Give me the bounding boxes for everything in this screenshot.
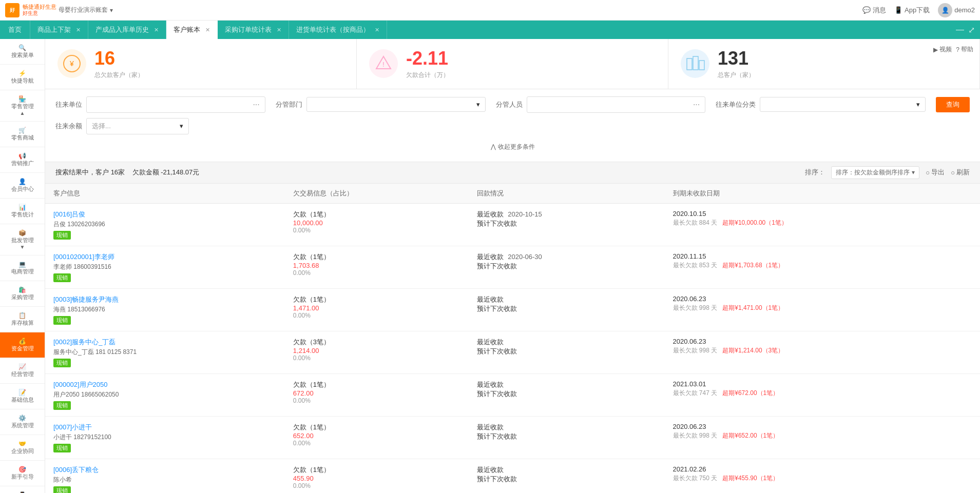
sidebar-item-purchase[interactable]: 🛍️ 采购管理 bbox=[0, 281, 45, 307]
export-btn[interactable]: ○ 导出 bbox=[926, 168, 945, 177]
stat-card-actions: ▶ 视频 ? 帮助 bbox=[933, 45, 973, 54]
tab-close-1[interactable]: ✕ bbox=[76, 27, 81, 33]
customer-info-cell: [0006]丢下粮仓 陈小希 现销 bbox=[45, 459, 285, 493]
customer-table: 客户信息 欠交易信息（占比） 回款情况 到期未收款日期 [0016]吕俊 吕俊 … bbox=[45, 184, 980, 493]
sidebar-item-finance[interactable]: 💰 资金管理 bbox=[0, 332, 45, 358]
overdue-link[interactable]: 超期¥672.00（1笔） bbox=[722, 389, 779, 397]
col-debt-info: 欠交易信息（占比） bbox=[285, 184, 469, 204]
debt-info-cell: 欠款（1笔） 672.00 0.00% bbox=[285, 373, 469, 416]
user-avatar[interactable]: 👤 demo2 bbox=[938, 3, 975, 17]
overdue-link[interactable]: 超期¥10,000.00（1笔） bbox=[722, 219, 787, 226]
from-unit-dots-icon[interactable]: ··· bbox=[253, 100, 259, 109]
debt-amount[interactable]: 1,471.00 bbox=[293, 304, 460, 312]
tab-item-3[interactable]: 客户账本 ✕ bbox=[166, 21, 218, 39]
debt-amount[interactable]: 1,703.68 bbox=[293, 262, 460, 269]
system-name: 母婴行业演示账套 bbox=[59, 6, 108, 14]
overdue-link[interactable]: 超期¥1,471.00（1笔） bbox=[722, 304, 784, 311]
sidebar-item-wholesale[interactable]: 📦 批发管理 ▼ bbox=[0, 224, 45, 255]
sidebar-item-marketing[interactable]: 📢 营销推广 bbox=[0, 147, 45, 173]
tab-close-3[interactable]: ✕ bbox=[205, 27, 210, 33]
view-video-btn[interactable]: ▶ 视频 bbox=[933, 45, 952, 54]
sidebar-item-guide[interactable]: 🎯 新手引导 bbox=[0, 461, 45, 486]
debt-amount[interactable]: 672.00 bbox=[293, 389, 460, 397]
next-payment-label: 预计下次收款 bbox=[477, 347, 517, 356]
sidebar-item-retail-mall[interactable]: 🛒 零售商城 bbox=[0, 122, 45, 147]
tab-minimize-icon[interactable]: — bbox=[956, 25, 964, 34]
due-date: 2020.10.15 bbox=[673, 210, 972, 218]
debt-amount[interactable]: 10,000.00 bbox=[293, 219, 460, 227]
from-unit-input[interactable]: ··· bbox=[86, 96, 265, 113]
logo-text: 畅捷通好生意 好生意 bbox=[23, 4, 56, 16]
play-icon: ▶ bbox=[933, 46, 938, 53]
customer-name-link[interactable]: [0007]小进干 bbox=[53, 423, 92, 431]
message-btn[interactable]: 💬 消息 bbox=[862, 6, 886, 15]
svg-text:¥: ¥ bbox=[69, 60, 74, 68]
tab-expand-icon[interactable]: ⤢ bbox=[968, 25, 975, 35]
top-bar-right: 💬 消息 📱 App下载 👤 demo2 bbox=[862, 3, 975, 17]
sidebar-item-shortcuts[interactable]: ⚡ 快捷导航 bbox=[0, 65, 45, 90]
tab-item-5[interactable]: 进货单统计表（按商品） ✕ bbox=[289, 21, 387, 39]
tab-home[interactable]: 首页 bbox=[0, 21, 30, 39]
sidebar-item-collab[interactable]: 🤝 企业协同 bbox=[0, 435, 45, 461]
dropdown-icon[interactable]: ▾ bbox=[110, 7, 113, 14]
tab-item-2[interactable]: 产成品入库单历史 ✕ bbox=[88, 21, 166, 39]
sidebar-item-appstore[interactable]: 📱 应用中心 bbox=[0, 486, 45, 493]
search-button[interactable]: 查询 bbox=[936, 97, 970, 112]
tab-item-4[interactable]: 采购订单统计表 ✕ bbox=[218, 21, 289, 39]
tab-item-1[interactable]: 商品上下架 ✕ bbox=[30, 21, 88, 39]
sort-select[interactable]: 排序：按欠款金额倒序排序 ▾ bbox=[831, 166, 919, 179]
marketing-icon: 📢 bbox=[3, 152, 42, 160]
overdue-days: 最长欠款 998 天 bbox=[673, 432, 718, 439]
tab-close-2[interactable]: ✕ bbox=[154, 27, 159, 33]
sidebar-item-retail-mgmt[interactable]: 🏪 零售管理 ▲ bbox=[0, 90, 45, 122]
customer-name-link[interactable]: [0006]丢下粮仓 bbox=[53, 466, 99, 474]
due-date: 2020.06.23 bbox=[673, 423, 972, 430]
sidebar-item-system[interactable]: ⚙️ 系统管理 bbox=[0, 409, 45, 435]
customer-name-link[interactable]: [0003]畅捷服务尹海燕 bbox=[53, 295, 119, 303]
debt-amount[interactable]: 652.00 bbox=[293, 432, 460, 440]
stat-card-info-1: 16 总欠款客户（家） bbox=[94, 48, 144, 80]
from-unit-label: 往来单位 bbox=[55, 100, 82, 109]
sidebar-item-member[interactable]: 👤 会员中心 bbox=[0, 173, 45, 199]
tab-bar: 首页 商品上下架 ✕ 产成品入库单历史 ✕ 客户账本 ✕ 采购订单统计表 ✕ 进… bbox=[0, 21, 980, 39]
tab-close-4[interactable]: ✕ bbox=[277, 27, 281, 33]
sidebar-item-inventory[interactable]: 📋 库存核算 bbox=[0, 307, 45, 332]
unit-type-select[interactable]: ▾ bbox=[760, 97, 926, 112]
next-payment-label: 预计下次收款 bbox=[477, 219, 517, 228]
manager-input[interactable]: ··· bbox=[527, 96, 706, 113]
manager-dots-icon[interactable]: ··· bbox=[693, 100, 700, 109]
dept-select[interactable]: ▾ bbox=[306, 97, 486, 112]
system-selector[interactable]: 母婴行业演示账套 ▾ bbox=[59, 6, 113, 14]
customer-name-link[interactable]: [000002]用户2050 bbox=[53, 381, 108, 388]
overdue-link[interactable]: 超期¥1,214.00（3笔） bbox=[722, 347, 784, 354]
balance-label: 往来余额 bbox=[55, 122, 82, 131]
customer-name-link[interactable]: [0016]吕俊 bbox=[53, 210, 85, 218]
debt-info-cell: 欠款（1笔） 1,703.68 0.00% bbox=[285, 246, 469, 288]
help-btn[interactable]: ? 帮助 bbox=[956, 45, 973, 54]
overdue-link[interactable]: 超期¥455.90（1笔） bbox=[722, 475, 779, 482]
overdue-link[interactable]: 超期¥1,703.68（1笔） bbox=[722, 262, 784, 269]
debt-amount[interactable]: 1,214.00 bbox=[293, 347, 460, 354]
customer-name-link[interactable]: [0002]服务中心_丁磊 bbox=[53, 338, 116, 346]
app-download-btn[interactable]: 📱 App下载 bbox=[894, 6, 930, 15]
refresh-btn[interactable]: ○ 刷新 bbox=[951, 168, 970, 177]
last-payment-label: 最近收款 bbox=[477, 423, 504, 432]
customer-name-link[interactable]: [0001020001]李老师 bbox=[53, 253, 114, 261]
filter-collapse-btn[interactable]: ⋀ 收起更多条件 bbox=[55, 140, 970, 154]
logo-icon: 好 bbox=[5, 3, 20, 17]
customer-tag: 现销 bbox=[53, 231, 71, 240]
sidebar-item-retail-stats[interactable]: 📊 零售统计 bbox=[0, 199, 45, 224]
debt-amount[interactable]: 455.90 bbox=[293, 475, 460, 482]
due-date: 2021.03.01 bbox=[673, 380, 972, 388]
tab-close-5[interactable]: ✕ bbox=[375, 27, 379, 33]
sidebar-item-search[interactable]: 🔍 搜索菜单 bbox=[0, 39, 45, 65]
unit-type-dropdown-icon: ▾ bbox=[916, 101, 920, 108]
debt-amount-icon: ! bbox=[369, 49, 398, 78]
due-date-cell: 2020.11.15 最长欠款 853 天 超期¥1,703.68（1笔） bbox=[665, 246, 981, 288]
sidebar-item-base[interactable]: 📝 基础信息 bbox=[0, 384, 45, 409]
sidebar-item-ecom[interactable]: 💻 电商管理 bbox=[0, 255, 45, 281]
balance-select[interactable]: 选择... ▾ bbox=[86, 118, 189, 134]
overdue-link[interactable]: 超期¥652.00（1笔） bbox=[722, 432, 779, 439]
debt-customers-label: 总欠款客户（家） bbox=[94, 71, 144, 80]
sidebar-item-ops[interactable]: 📈 经营管理 bbox=[0, 358, 45, 384]
